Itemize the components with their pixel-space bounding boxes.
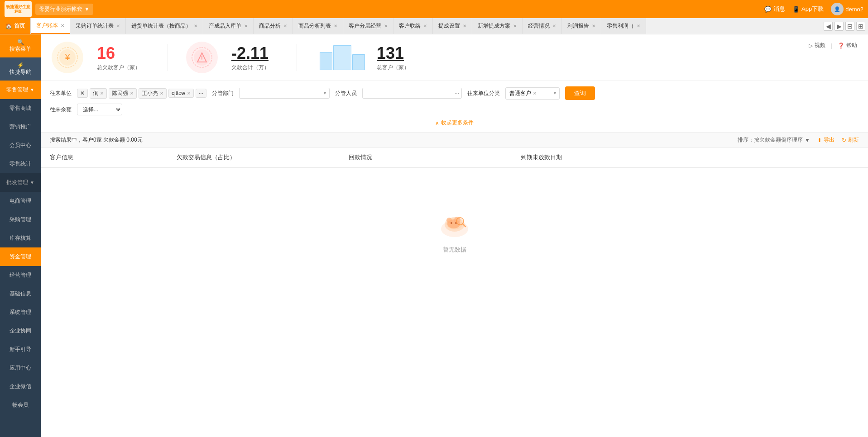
sidebar-item-wholesale[interactable]: 批发管理 ▼ [0, 173, 41, 192]
tab-next-btn[interactable]: ▶ [834, 22, 844, 31]
sidebar-item-vip[interactable]: 畅会员 [0, 396, 41, 414]
sidebar-item-retail-mall[interactable]: 零售商城 [0, 99, 41, 118]
tab-purchase-order[interactable]: 采购订单统计表 ✕ [70, 18, 126, 34]
filter-tag-4-remove[interactable]: ✕ [187, 91, 191, 96]
stat2-value: -2.11 [231, 44, 269, 63]
filter-tag-2-remove[interactable]: ✕ [130, 91, 134, 96]
tab-customer-tier-close[interactable]: ✕ [384, 24, 388, 28]
sidebar-item-operations-mgmt[interactable]: 经营管理 [0, 266, 41, 285]
stat2-label: 欠款合计（万） [231, 64, 269, 71]
stat2-block: -2.11 欠款合计（万） [231, 44, 297, 71]
sidebar-item-marketing[interactable]: 营销推广 [0, 118, 41, 136]
tab-expand-btn[interactable]: ⊟ [845, 22, 854, 31]
collapse-btn[interactable]: ∧ 收起更多条件 [435, 119, 474, 127]
filter-dept-input[interactable] [239, 88, 330, 99]
sidebar-item-basic-info[interactable]: 基础信息 [0, 285, 41, 303]
sidebar-item-purchase[interactable]: 采购管理 [0, 210, 41, 229]
tab-operations[interactable]: 经营情况 ✕ [523, 18, 562, 34]
result-sort-btn[interactable]: 排序：按欠款金额倒序理序 ▼ [738, 136, 810, 144]
filter-person-label: 分管人员 [335, 90, 357, 97]
empty-label: 暂无数据 [443, 246, 466, 254]
export-icon: ⬆ [817, 137, 822, 143]
account-selector[interactable]: 母婴行业演示帐套 ▼ [35, 4, 93, 15]
filter-area: 往来单位 ✕ 佤 ✕ 陈民强 ✕ 王小亮 ✕ [41, 81, 868, 133]
filter-balance-wrap: 选择... [77, 104, 122, 115]
filter-tag-3-remove[interactable]: ✕ [160, 91, 163, 96]
tab-profit-report-close[interactable]: ✕ [592, 24, 595, 28]
result-refresh-btn[interactable]: ↻ 刷新 [842, 136, 859, 144]
sidebar-item-enterprise[interactable]: 企业协同 [0, 322, 41, 340]
filter-query-btn[interactable]: 查询 [565, 86, 595, 100]
tab-customer-tier[interactable]: 客户分层经营 ✕ [343, 18, 393, 34]
tab-promotion-settings[interactable]: 提成设置 ✕ [433, 18, 472, 34]
stat-icon-building [315, 42, 369, 73]
chevron-up-icon: ∧ [435, 120, 439, 126]
tab-accounts-close[interactable]: ✕ [61, 23, 64, 28]
sidebar-item-system[interactable]: 系统管理 [0, 303, 41, 322]
sidebar: 🔍 搜索菜单 ⚡ 快捷导航 零售管理 ▼ 零售商城 营销推广 会员中心 零售统计… [0, 34, 41, 437]
sidebar-item-inventory[interactable]: 库存核算 [0, 229, 41, 247]
tab-new-promotion[interactable]: 新增提成方案 ✕ [472, 18, 523, 34]
sidebar-item-retail[interactable]: 零售管理 ▼ [0, 81, 41, 99]
tab-customer-contact[interactable]: 客户联络 ✕ [393, 18, 433, 34]
message-btn[interactable]: 💬 消息 [764, 5, 785, 13]
sidebar-nav[interactable]: ⚡ 快捷导航 [0, 57, 41, 81]
filter-tag-1-remove[interactable]: ✕ [100, 91, 104, 96]
tab-customer-contact-close[interactable]: ✕ [423, 24, 427, 28]
sidebar-item-newbie[interactable]: 新手引导 [0, 340, 41, 359]
filter-person-input[interactable] [362, 88, 462, 99]
tab-controls: ◀ ▶ ⊟ ⊞ [821, 18, 868, 34]
tab-new-promotion-close[interactable]: ✕ [513, 24, 517, 28]
tab-product-inbound[interactable]: 产成品入库单 ✕ [203, 18, 254, 34]
tab-goods-analysis-list-close[interactable]: ✕ [334, 24, 337, 28]
filter-more-btn[interactable]: ··· [196, 89, 206, 98]
filter-dept-wrap [239, 88, 330, 99]
tab-promotion-settings-close[interactable]: ✕ [463, 24, 466, 28]
tab-home[interactable]: 🏠 首页 [0, 18, 31, 34]
sidebar-item-retail-stat[interactable]: 零售统计 [0, 155, 41, 173]
tab-goods-analysis-close[interactable]: ✕ [283, 24, 287, 28]
sidebar-item-finance[interactable]: 资金管理 [0, 247, 41, 266]
sidebar-search[interactable]: 🔍 搜索菜单 [0, 34, 41, 57]
message-icon: 💬 [764, 6, 772, 13]
sidebar-item-wecom[interactable]: 企业微信 [0, 377, 41, 396]
user-menu[interactable]: 👤 demo2 [831, 3, 863, 15]
app-logo: 畅捷通好生意 标版 [5, 1, 32, 17]
sidebar-item-member[interactable]: 会员中心 [0, 136, 41, 155]
result-export-btn[interactable]: ⬆ 导出 [817, 136, 834, 144]
topbar-left: 畅捷通好生意 标版 母婴行业演示帐套 ▼ [5, 1, 93, 17]
app-download-btn[interactable]: 📱 App下载 [792, 5, 824, 13]
filter-category-remove[interactable]: ✕ [533, 91, 537, 96]
filter-row-2: 往来余额 选择... [50, 104, 859, 115]
tab-operations-close[interactable]: ✕ [552, 24, 556, 28]
sort-icon: ▼ [805, 137, 810, 143]
svg-point-12 [451, 222, 452, 224]
tab-inbound-stat-close[interactable]: ✕ [194, 24, 197, 28]
tab-fullscreen-btn[interactable]: ⊞ [856, 22, 865, 31]
tab-profit-report[interactable]: 利润报告 ✕ [562, 18, 601, 34]
tab-accounts[interactable]: 客户账本 ✕ [31, 18, 70, 34]
filter-tag-3: 王小亮 ✕ [139, 88, 167, 99]
tab-prev-btn[interactable]: ◀ [824, 22, 833, 31]
sidebar-item-app-center[interactable]: 应用中心 [0, 359, 41, 377]
tab-goods-analysis-list[interactable]: 商品分析列表 ✕ [293, 18, 343, 34]
help-btn[interactable]: ❓ 帮助 [838, 42, 857, 49]
tab-inbound-stat[interactable]: 进货单统计表（按商品） ✕ [126, 18, 203, 34]
result-info: 搜索结果中，客户0家 欠款金额 0.00元 排序：按欠款金额倒序理序 ▼ ⬆ 导… [41, 133, 868, 148]
tab-retail-profit-close[interactable]: ✕ [637, 24, 640, 28]
tab-retail-profit[interactable]: 零售利润（ ✕ [601, 18, 646, 34]
help-icon: ❓ [838, 43, 844, 49]
svg-text:¥: ¥ [64, 52, 70, 62]
refresh-icon: ↻ [842, 137, 846, 143]
table-header: 客户信息 欠款交易信息（占比） 回款情况 到期未放款日期 [41, 148, 868, 168]
filter-category-select[interactable]: 普通客户 ✕ [505, 87, 560, 100]
tab-goods-analysis[interactable]: 商品分析 ✕ [254, 18, 293, 34]
stat1-value: 16 [97, 44, 115, 63]
stats-actions: ▷ 视频 | ❓ 帮助 [809, 42, 857, 49]
tab-product-inbound-close[interactable]: ✕ [244, 24, 248, 28]
tab-purchase-order-close[interactable]: ✕ [116, 24, 120, 28]
video-btn[interactable]: ▷ 视频 [809, 42, 825, 49]
sidebar-item-ecommerce[interactable]: 电商管理 [0, 192, 41, 210]
filter-balance-select[interactable]: 选择... [77, 104, 122, 115]
table-area: 客户信息 欠款交易信息（占比） 回款情况 到期未放款日期 [41, 148, 868, 437]
